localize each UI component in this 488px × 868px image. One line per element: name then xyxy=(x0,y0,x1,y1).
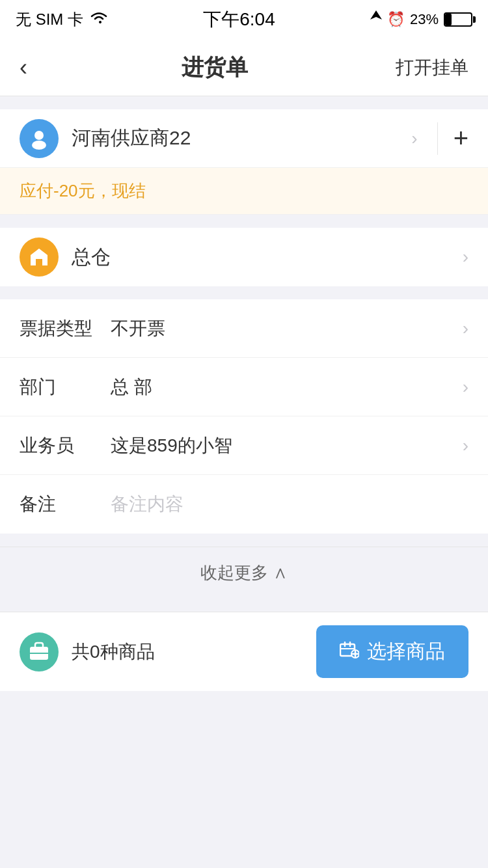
notice-banner: 应付-20元，现结 xyxy=(0,168,488,215)
supplier-row[interactable]: 河南供应商22 › + xyxy=(0,109,488,168)
status-left: 无 SIM 卡 xyxy=(16,9,108,30)
location-icon xyxy=(370,10,382,29)
select-product-button[interactable]: 选择商品 xyxy=(316,625,468,678)
carrier-label: 无 SIM 卡 xyxy=(16,9,83,30)
status-bar: 无 SIM 卡 下午6:04 ⏰ 23% xyxy=(0,0,488,39)
salesperson-value: 这是859的小智 xyxy=(111,433,463,458)
remark-label: 备注 xyxy=(20,492,111,517)
ticket-type-row[interactable]: 票据类型 不开票 › xyxy=(0,299,488,358)
department-value: 总 部 xyxy=(111,375,463,400)
supplier-name: 河南供应商22 xyxy=(72,125,411,152)
select-product-icon xyxy=(340,641,359,663)
supplier-avatar xyxy=(20,119,59,158)
warehouse-name: 总仓 xyxy=(72,244,463,271)
form-section: 票据类型 不开票 › 部门 总 部 › 业务员 这是859的小智 › 备注 备注… xyxy=(0,299,488,534)
warehouse-row[interactable]: 总仓 › xyxy=(0,228,488,286)
bottom-bar: 共0种商品 选择商品 xyxy=(0,612,488,691)
page-title: 进货单 xyxy=(182,53,248,83)
back-button[interactable]: ‹ xyxy=(20,47,34,88)
svg-rect-2 xyxy=(36,259,42,265)
salesperson-label: 业务员 xyxy=(20,433,111,458)
supplier-chevron-icon: › xyxy=(411,128,417,149)
remark-row[interactable]: 备注 备注内容 xyxy=(0,475,488,534)
ticket-type-label: 票据类型 xyxy=(20,316,111,341)
battery-icon xyxy=(444,12,472,27)
notice-text: 应付-20元，现结 xyxy=(20,181,146,200)
department-chevron-icon: › xyxy=(463,377,468,398)
collapse-button[interactable]: 收起更多 ∧ xyxy=(0,547,488,599)
salesperson-chevron-icon: › xyxy=(463,435,468,456)
select-product-label: 选择商品 xyxy=(367,638,445,665)
alarm-icon: ⏰ xyxy=(387,11,405,28)
collapse-label: 收起更多 ∧ xyxy=(200,562,287,584)
ticket-type-value: 不开票 xyxy=(111,316,463,341)
supplier-card: 河南供应商22 › + 应付-20元，现结 xyxy=(0,109,488,215)
nav-bar: ‹ 进货单 打开挂单 xyxy=(0,39,488,96)
product-icon xyxy=(20,632,59,671)
section-gap-1 xyxy=(0,96,488,109)
battery-percent: 23% xyxy=(410,11,439,28)
product-count-label: 共0种商品 xyxy=(72,640,316,664)
remark-placeholder: 备注内容 xyxy=(111,492,468,517)
status-time: 下午6:04 xyxy=(203,7,275,32)
open-pending-button[interactable]: 打开挂单 xyxy=(396,55,468,80)
ticket-type-chevron-icon: › xyxy=(463,318,468,339)
svg-point-0 xyxy=(34,131,44,140)
vertical-divider xyxy=(437,122,438,155)
salesperson-row[interactable]: 业务员 这是859的小智 › xyxy=(0,416,488,475)
warehouse-icon xyxy=(20,237,59,277)
wifi-icon xyxy=(90,10,108,29)
svg-point-1 xyxy=(32,141,46,150)
add-supplier-button[interactable]: + xyxy=(454,124,468,153)
status-right: ⏰ 23% xyxy=(370,10,472,29)
warehouse-chevron-icon: › xyxy=(463,247,468,267)
department-label: 部门 xyxy=(20,375,111,400)
department-row[interactable]: 部门 总 部 › xyxy=(0,358,488,416)
